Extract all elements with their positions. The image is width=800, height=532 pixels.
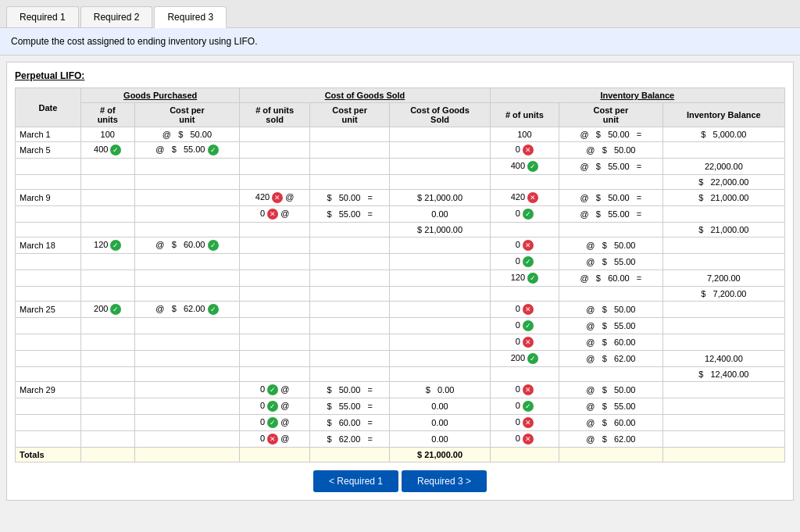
cell-cost	[134, 382, 240, 398]
cell-units-sold	[240, 351, 310, 367]
x-icon[interactable]: ✕	[523, 145, 534, 155]
table-row: 200 ✓ @ $ 62.00 12,400.00	[16, 351, 785, 367]
cell-units	[80, 254, 134, 270]
cell-units-sold	[240, 237, 310, 254]
tab-required1[interactable]: Required 1	[6, 6, 79, 27]
check-icon[interactable]: ✓	[267, 417, 278, 428]
check-icon[interactable]: ✓	[523, 320, 534, 331]
table-row: 0 ✓ @ $ 55.00 = 0.00 0 ✓ @ $ 55.00	[16, 398, 785, 415]
cell-inv-cost: @ $ 55.00	[559, 254, 663, 270]
cell-cost-sold	[309, 367, 390, 382]
cell-inv-bal	[662, 206, 784, 223]
cell-cost	[134, 190, 240, 206]
cell-date: March 5	[16, 142, 81, 159]
check-icon[interactable]: ✓	[110, 304, 121, 315]
cell-cost: @ $ 50.00	[134, 127, 240, 142]
cell-totals-label: Totals	[16, 448, 81, 462]
cell-inv-cost	[559, 175, 663, 190]
cell-date	[16, 287, 81, 302]
x-icon[interactable]: ✕	[267, 209, 278, 220]
x-icon[interactable]: ✕	[527, 192, 538, 203]
header-inv-bal: Inventory Balance	[662, 103, 784, 127]
check-icon[interactable]: ✓	[523, 256, 534, 267]
check-icon[interactable]: ✓	[110, 240, 121, 251]
prev-button[interactable]: < Required 1	[313, 470, 398, 492]
check-icon[interactable]: ✓	[523, 209, 534, 220]
check-icon[interactable]: ✓	[267, 384, 278, 395]
cell-inv-units: 0 ✕	[490, 382, 559, 398]
table-row: 0 ✓ @ $ 55.00	[16, 254, 785, 270]
cell-totals-empty1	[80, 448, 134, 462]
cell-units: 200 ✓	[80, 302, 134, 318]
check-icon[interactable]: ✓	[208, 145, 219, 155]
x-icon[interactable]: ✕	[523, 304, 534, 315]
header-cost-per-unit-sold: Cost perunit	[309, 103, 390, 127]
cell-units-sold	[240, 223, 310, 237]
cell-units-sold: 420 ✕ @	[240, 190, 310, 206]
cell-cogs: 0.00	[390, 398, 490, 415]
cell-inv-cost: @ $ 60.00	[559, 415, 663, 431]
cell-cogs: 0.00	[390, 431, 490, 448]
cell-cogs	[390, 254, 490, 270]
cell-inv-cost	[559, 287, 663, 302]
cell-cost-sold	[309, 334, 390, 351]
next-button[interactable]: Required 3 >	[402, 470, 487, 492]
table-row: March 1 100 @ $ 50.00 100 @ $ 50.00 = $ …	[16, 127, 785, 142]
cell-totals-empty6	[559, 448, 663, 462]
cell-inv-bal: $ 21,000.00	[662, 190, 784, 206]
cell-inv-bal: $ 5,000.00	[662, 127, 784, 142]
header-goods-purchased: Goods Purchased	[80, 88, 239, 103]
cell-inv-units: 0 ✓	[490, 254, 559, 270]
cell-cost	[134, 351, 240, 367]
table-row: 0 ✕ @ $ 60.00	[16, 334, 785, 351]
x-icon[interactable]: ✕	[523, 434, 534, 445]
table-row: $ 12,400.00	[16, 367, 785, 382]
x-icon[interactable]: ✕	[272, 192, 283, 203]
cell-cost	[134, 206, 240, 223]
cell-date	[16, 431, 81, 448]
check-icon[interactable]: ✓	[527, 353, 538, 364]
cell-units	[80, 159, 134, 175]
header-num-units: # ofunits	[80, 103, 134, 127]
table-row: 400 ✓ @ $ 55.00 = 22,000.00	[16, 159, 785, 175]
cell-inv-units: 0 ✕	[490, 415, 559, 431]
check-icon[interactable]: ✓	[208, 240, 219, 251]
table-row: 0 ✓ @ $ 60.00 = 0.00 0 ✕ @ $ 60.00	[16, 415, 785, 431]
cell-cost	[134, 415, 240, 431]
x-icon[interactable]: ✕	[523, 417, 534, 428]
cell-cogs	[390, 142, 490, 159]
header-cogs: Cost of Goods Sold	[240, 88, 490, 103]
header-inv-balance: Inventory Balance	[490, 88, 784, 103]
cell-date: March 25	[16, 302, 81, 318]
x-icon[interactable]: ✕	[523, 240, 534, 251]
cell-cogs	[390, 367, 490, 382]
cell-inv-cost: @ $ 55.00 =	[559, 206, 663, 223]
cell-inv-bal	[662, 302, 784, 318]
cell-inv-bal: $ 21,000.00	[662, 223, 784, 237]
tab-required3[interactable]: Required 3	[154, 6, 227, 28]
tab-required2[interactable]: Required 2	[80, 6, 153, 27]
cell-units-sold: 0 ✓ @	[240, 382, 310, 398]
check-icon[interactable]: ✓	[110, 145, 121, 155]
cell-units-sold	[240, 127, 310, 142]
cell-units	[80, 415, 134, 431]
cell-units-sold: 0 ✓ @	[240, 398, 310, 415]
cell-date	[16, 159, 81, 175]
x-icon[interactable]: ✕	[523, 337, 534, 348]
x-icon[interactable]: ✕	[267, 434, 278, 445]
x-icon[interactable]: ✕	[523, 384, 534, 395]
cell-cost-sold: $ 55.00 =	[309, 398, 390, 415]
cell-units	[80, 223, 134, 237]
header-cogs-col: Cost of GoodsSold	[390, 103, 490, 127]
cell-units-sold	[240, 334, 310, 351]
table-row: March 9 420 ✕ @ $ 50.00 = $ 21,000.00 42…	[16, 190, 785, 206]
cell-cost	[134, 398, 240, 415]
check-icon[interactable]: ✓	[208, 304, 219, 315]
check-icon[interactable]: ✓	[267, 401, 278, 412]
section-title: Perpetual LIFO:	[15, 70, 785, 81]
check-icon[interactable]: ✓	[523, 401, 534, 412]
cell-date	[16, 367, 81, 382]
cell-date: March 9	[16, 190, 81, 206]
check-icon[interactable]: ✓	[527, 161, 538, 172]
check-icon[interactable]: ✓	[527, 273, 538, 284]
